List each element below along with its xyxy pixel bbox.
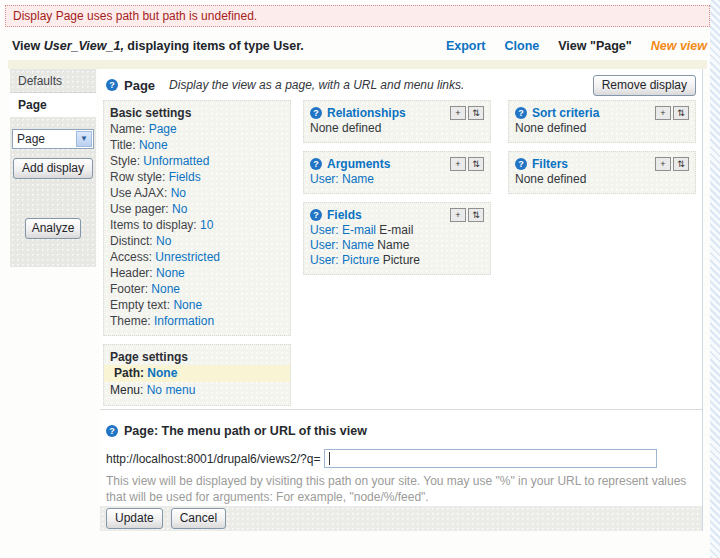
filters-actions: + ⇅ xyxy=(653,157,689,171)
fields-title[interactable]: Fields xyxy=(327,208,362,222)
update-button[interactable]: Update xyxy=(106,508,163,529)
remove-display-button[interactable]: Remove display xyxy=(593,75,696,96)
setting-label: Style: xyxy=(110,154,140,168)
setting-value-link[interactable]: No xyxy=(156,234,171,248)
view-toolbar: View User_View_1, displaying items of ty… xyxy=(12,39,707,59)
help-icon[interactable]: ? xyxy=(106,79,118,91)
export-link[interactable]: Export xyxy=(446,39,486,53)
setting-value-link[interactable]: No xyxy=(172,202,187,216)
field-item: User: Picture Picture xyxy=(310,253,484,268)
arguments-title[interactable]: Arguments xyxy=(327,157,390,171)
help-icon[interactable]: ? xyxy=(515,107,527,119)
add-icon-button[interactable]: + xyxy=(450,208,466,222)
page-settings-panel: Page settings Path: None Menu: No menu xyxy=(103,344,291,406)
menu-label: Menu: xyxy=(110,383,143,397)
setting-value-link[interactable]: None xyxy=(156,266,185,280)
setting-label: Use AJAX: xyxy=(110,186,167,200)
setting-value-link[interactable]: Page xyxy=(149,122,177,136)
filters-title[interactable]: Filters xyxy=(532,157,568,171)
relationships-title[interactable]: Relationships xyxy=(327,106,406,120)
add-icon-button[interactable]: + xyxy=(450,157,466,171)
setting-label: Row style: xyxy=(110,170,165,184)
setting-value-link[interactable]: None xyxy=(173,298,202,312)
sort-criteria-actions: + ⇅ xyxy=(653,106,689,120)
form-actions: Update Cancel xyxy=(100,506,702,531)
sort-criteria-panel: ? Sort criteria + ⇅ None defined xyxy=(508,100,696,143)
setting-label: Title: xyxy=(110,138,136,152)
basic-settings-header: Basic settings xyxy=(110,105,284,121)
tab-defaults[interactable]: Defaults xyxy=(10,69,96,93)
display-header: ? Page Display the view as a page, with … xyxy=(100,69,702,99)
add-icon-button[interactable]: + xyxy=(655,157,671,171)
fields-header: ? Fields + ⇅ xyxy=(310,207,484,223)
new-view-link[interactable]: New view xyxy=(651,39,707,53)
arguments-header: ? Arguments + ⇅ xyxy=(310,156,484,172)
setting-label: Footer: xyxy=(110,282,148,296)
path-input-wrap xyxy=(324,449,657,468)
display-tabs-sidebar: Defaults Page Page ▼ Add display Analyze xyxy=(10,69,96,267)
rearrange-icon-button[interactable]: ⇅ xyxy=(468,208,484,222)
error-message-text: Display Page uses path but path is undef… xyxy=(13,9,257,23)
setting-row-theme: Theme: Information xyxy=(110,313,284,329)
page-settings-title: Page settings xyxy=(110,350,188,364)
cancel-button[interactable]: Cancel xyxy=(171,508,226,529)
help-icon[interactable]: ? xyxy=(310,107,322,119)
setting-value-link[interactable]: Fields xyxy=(169,170,201,184)
help-icon[interactable]: ? xyxy=(106,425,118,437)
view-page-link[interactable]: View "Page" xyxy=(558,39,631,53)
field-link[interactable]: User: Name xyxy=(310,238,374,252)
rearrange-icon-button[interactable]: ⇅ xyxy=(673,106,689,120)
menu-value-link[interactable]: No menu xyxy=(147,383,196,397)
path-value-link[interactable]: None xyxy=(147,366,177,380)
setting-label: Access: xyxy=(110,250,152,264)
setting-value-link[interactable]: No xyxy=(171,186,186,200)
sort-criteria-title[interactable]: Sort criteria xyxy=(532,106,599,120)
field-link[interactable]: User: Picture xyxy=(310,253,379,267)
setting-label: Theme: xyxy=(110,314,151,328)
path-config-header: ? Page: The menu path or URL of this vie… xyxy=(106,424,702,438)
field-item: User: E-mail E-mail xyxy=(310,223,484,238)
right-column: ? Sort criteria + ⇅ None defined ? Filte… xyxy=(508,100,696,202)
setting-value-link[interactable]: 10 xyxy=(200,218,213,232)
path-url-row: http://localhost:8001/drupal6/views2/?q= xyxy=(106,449,702,468)
page-settings-header: Page settings xyxy=(110,349,284,365)
display-type-select[interactable]: Page ▼ xyxy=(12,129,94,149)
setting-row-style: Style: Unformatted xyxy=(110,153,284,169)
help-icon[interactable]: ? xyxy=(310,158,322,170)
basic-settings-panel: Basic settings Name: Page Title: None St… xyxy=(103,100,291,336)
setting-label: Distinct: xyxy=(110,234,153,248)
setting-row-use-ajax: Use AJAX: No xyxy=(110,185,284,201)
help-icon[interactable]: ? xyxy=(310,209,322,221)
view-title-suffix: displaying items of type User. xyxy=(124,39,304,53)
argument-link[interactable]: User: Name xyxy=(310,172,374,186)
text-cursor xyxy=(329,452,330,465)
clone-link[interactable]: Clone xyxy=(505,39,540,53)
rearrange-icon-button[interactable]: ⇅ xyxy=(468,157,484,171)
field-link[interactable]: User: E-mail xyxy=(310,223,376,237)
chevron-down-icon: ▼ xyxy=(76,131,92,147)
rearrange-icon-button[interactable]: ⇅ xyxy=(468,106,484,120)
path-input[interactable] xyxy=(324,449,657,468)
setting-value-link[interactable]: None xyxy=(151,282,180,296)
help-icon[interactable]: ? xyxy=(515,158,527,170)
setting-value-link[interactable]: Unrestricted xyxy=(155,250,220,264)
setting-value-link[interactable]: None xyxy=(139,138,168,152)
fields-panel: ? Fields + ⇅ User: E-mail E-mail User: N… xyxy=(303,202,491,275)
analyze-button[interactable]: Analyze xyxy=(25,218,81,239)
add-display-button[interactable]: Add display xyxy=(13,158,93,179)
toolbar-links: Export Clone View "Page" New view xyxy=(446,39,707,53)
add-icon-button[interactable]: + xyxy=(450,106,466,120)
field-item: User: Name Name xyxy=(310,238,484,253)
display-title: Page xyxy=(124,78,155,93)
setting-value-link[interactable]: Unformatted xyxy=(143,154,209,168)
setting-label: Use pager: xyxy=(110,202,169,216)
sidebar-controls: Page ▼ Add display Analyze xyxy=(10,117,96,267)
basic-settings-column: Basic settings Name: Page Title: None St… xyxy=(103,100,291,414)
setting-row-distinct: Distinct: No xyxy=(110,233,284,249)
add-icon-button[interactable]: + xyxy=(655,106,671,120)
tab-page[interactable]: Page xyxy=(10,93,96,117)
setting-value-link[interactable]: Information xyxy=(154,314,214,328)
setting-label: Items to display: xyxy=(110,218,197,232)
rearrange-icon-button[interactable]: ⇅ xyxy=(673,157,689,171)
display-type-select-value: Page xyxy=(13,132,76,146)
